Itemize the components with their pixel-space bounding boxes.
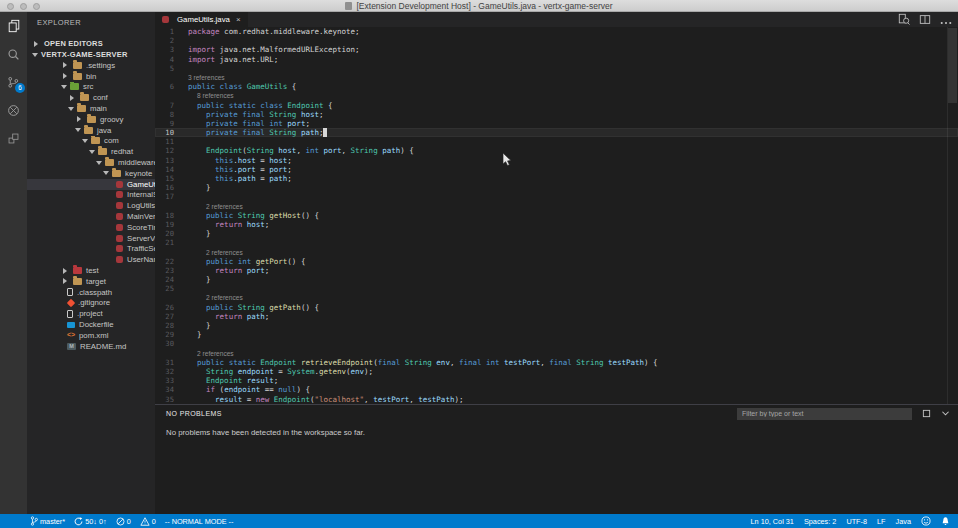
tree-item-java[interactable]: java [27, 125, 155, 136]
codelens-references[interactable]: 2 references [155, 293, 958, 302]
code-line-14[interactable]: 14 this.port = port; [155, 165, 958, 174]
tree-item--settings[interactable]: .settings [27, 60, 155, 71]
close-tab-icon[interactable]: × [236, 15, 241, 24]
code-line-33[interactable]: 33 Endpoint result; [155, 376, 958, 385]
tree-item-conf[interactable]: conf [27, 92, 155, 103]
tree-item-main[interactable]: main [27, 103, 155, 114]
open-editors-section[interactable]: OPEN EDITORS [27, 38, 155, 49]
tree-item-internalservicever-[interactable]: InternalServiceVer... [27, 190, 155, 201]
tree-item-groovy[interactable]: groovy [27, 114, 155, 125]
zoom-window-button[interactable] [33, 3, 40, 10]
code-line-25[interactable]: 25 [155, 284, 958, 293]
tree-item-test[interactable]: test [27, 265, 155, 276]
code-line-15[interactable]: 15 this.path = path; [155, 174, 958, 183]
codelens-references[interactable]: 2 references [155, 248, 958, 257]
status-indentation[interactable]: Spaces: 2 [804, 517, 836, 526]
status-notifications-bell[interactable] [941, 516, 950, 526]
code-line-16[interactable]: 16 } [155, 183, 958, 192]
tree-item-readme-md[interactable]: MREADME.md [27, 341, 155, 352]
codelens-label[interactable]: 2 references [206, 248, 243, 257]
codelens-label[interactable]: 2 references [206, 202, 243, 211]
tree-item-pom-xml[interactable]: <>pom.xml [27, 330, 155, 341]
tree-item-trafficserververti-[interactable]: TrafficServerVerti... [27, 244, 155, 255]
code-line-11[interactable]: 11 [155, 137, 958, 146]
tree-item-bin[interactable]: bin [27, 71, 155, 82]
status-errors[interactable]: 0 [116, 517, 131, 526]
code-line-9[interactable]: 9 private final int port; [155, 119, 958, 128]
code-line-27[interactable]: 27 return path; [155, 312, 958, 321]
code-line-6[interactable]: 6public class GameUtils { [155, 82, 958, 91]
code-line-8[interactable]: 8 private final String host; [155, 110, 958, 119]
codelens-label[interactable]: 8 references [197, 91, 234, 100]
code-line-13[interactable]: 13 this.host = host; [155, 156, 958, 165]
code-line-4[interactable]: 4import java.net.URL; [155, 55, 958, 64]
close-panel-chevron-icon[interactable] [941, 410, 950, 417]
tree-item-com[interactable]: com [27, 136, 155, 147]
status-feedback-smiley[interactable] [921, 516, 931, 526]
status-git-branch[interactable]: master* [30, 516, 65, 526]
tree-item--gitignore[interactable]: .gitignore [27, 298, 155, 309]
tree-item-usernamegenerat-[interactable]: UserNameGenerat... [27, 254, 155, 265]
maximize-panel-icon[interactable] [922, 409, 931, 418]
status-sync-status[interactable]: 50↓ 0↑ [74, 517, 107, 526]
code-line-28[interactable]: 28 } [155, 321, 958, 330]
tree-item--classpath[interactable]: .classpath [27, 287, 155, 298]
code-line-20[interactable]: 20 } [155, 229, 958, 238]
codelens-references[interactable]: 2 references [155, 202, 958, 211]
status-warnings[interactable]: 0 [140, 517, 156, 526]
tab-no-problems[interactable]: NO PROBLEMS [166, 410, 222, 417]
codelens-references[interactable]: 8 references [155, 91, 958, 100]
tree-item-dockerfile[interactable]: Dockerfile [27, 319, 155, 330]
code-line-21[interactable]: 21 [155, 238, 958, 247]
status-cursor-position[interactable]: Ln 10, Col 31 [751, 517, 794, 526]
code-line-19[interactable]: 19 return host; [155, 220, 958, 229]
codelens-label[interactable]: 2 references [206, 293, 243, 302]
tree-item-gameutils-java[interactable]: GameUtils.java [27, 179, 155, 190]
code-line-17[interactable]: 17 [155, 192, 958, 201]
code-line-26[interactable]: 26 public String getPath() { [155, 303, 958, 312]
tree-item--project[interactable]: .project [27, 308, 155, 319]
codelens-label[interactable]: 2 references [197, 349, 234, 358]
tree-item-logutils-java[interactable]: LogUtils.java [27, 200, 155, 211]
tab-gameutils[interactable]: GameUtils.java × [155, 12, 248, 27]
project-root-section[interactable]: VERTX-GAME-SERVER [27, 49, 155, 60]
problems-filter-input[interactable] [737, 408, 912, 420]
tree-item-src[interactable]: src [27, 82, 155, 93]
code-line-32[interactable]: 32 String endpoint = System.getenv(env); [155, 367, 958, 376]
tree-item-redhat[interactable]: redhat [27, 146, 155, 157]
tree-item-keynote[interactable]: keynote [27, 168, 155, 179]
code-line-29[interactable]: 29 } [155, 330, 958, 339]
code-line-5[interactable]: 5 [155, 64, 958, 73]
status-vim-mode[interactable]: -- NORMAL MODE -- [165, 517, 234, 526]
status-eol[interactable]: LF [877, 517, 886, 526]
editor-scrollbar[interactable] [948, 28, 957, 103]
code-line-23[interactable]: 23 return port; [155, 266, 958, 275]
activitybar-search-icon[interactable] [0, 40, 27, 68]
tree-item-serververticle-java[interactable]: ServerVerticle.java [27, 233, 155, 244]
status-language-mode[interactable]: Java [896, 517, 911, 526]
status-encoding[interactable]: UTF-8 [846, 517, 867, 526]
activitybar-explorer-icon[interactable] [0, 12, 27, 40]
tree-item-middleware[interactable]: middleware [27, 157, 155, 168]
activitybar-source-control-icon[interactable]: 6 [0, 68, 27, 96]
code-line-7[interactable]: 7 public static class Endpoint { [155, 101, 958, 110]
code-line-31[interactable]: 31 public static Endpoint retrieveEndpoi… [155, 358, 958, 367]
code-line-1[interactable]: 1package com.redhat.middleware.keynote; [155, 27, 958, 36]
codelens-references[interactable]: 3 references [155, 73, 958, 82]
tree-item-scoretimerverticl-[interactable]: ScoreTimerVerticl... [27, 222, 155, 233]
code-line-34[interactable]: 34 if (endpoint == null) { [155, 385, 958, 394]
tree-item-target[interactable]: target [27, 276, 155, 287]
code-line-10[interactable]: 10 private final String path; [155, 128, 958, 137]
code-line-30[interactable]: 30 [155, 339, 958, 348]
code-line-24[interactable]: 24 } [155, 275, 958, 284]
activitybar-debug-icon[interactable] [0, 96, 27, 124]
code-line-12[interactable]: 12 Endpoint(String host, int port, Strin… [155, 146, 958, 155]
code-line-22[interactable]: 22 public int getPort() { [155, 257, 958, 266]
tree-item-mainverticle-java[interactable]: MainVerticle.java [27, 211, 155, 222]
minimize-window-button[interactable] [20, 3, 27, 10]
code-editor[interactable]: 1package com.redhat.middleware.keynote;2… [155, 27, 958, 404]
code-line-18[interactable]: 18 public String getHost() { [155, 211, 958, 220]
codelens-references[interactable]: 2 references [155, 349, 958, 358]
close-window-button[interactable] [7, 3, 14, 10]
code-line-2[interactable]: 2 [155, 36, 958, 45]
